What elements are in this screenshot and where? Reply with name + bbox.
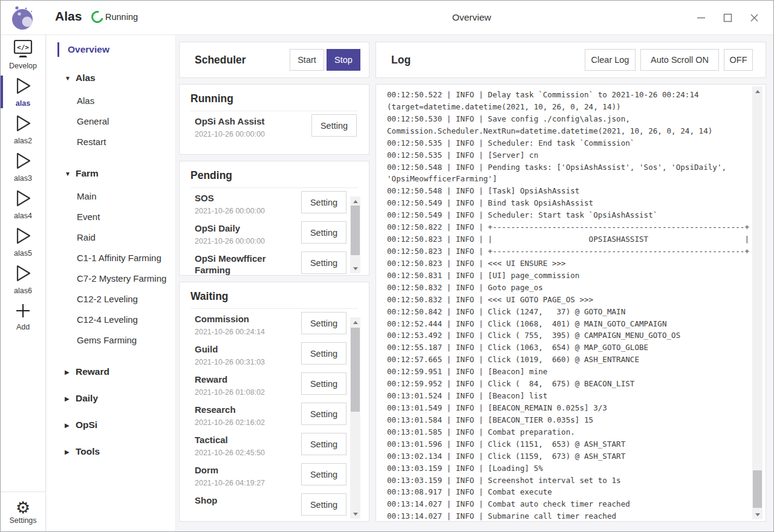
scrollbar-thumb[interactable] [351, 328, 360, 412]
nav-item[interactable]: Gems Farming [56, 331, 175, 351]
setting-button[interactable]: Setting [301, 433, 346, 455]
sidebar-item-alas6[interactable]: alas6 [1, 261, 45, 297]
nav-item[interactable]: Restart [56, 132, 175, 153]
nav-group-daily[interactable]: ▶ Daily [56, 392, 175, 404]
log-line: 00:12:59.951 | INFO | [Beacon] mine [387, 366, 751, 378]
log-line: 00:12:50.823 | INFO | +-----------------… [387, 245, 751, 258]
stop-button[interactable]: Stop [327, 49, 360, 71]
scroll-down-icon[interactable] [350, 509, 360, 519]
setting-button[interactable]: Setting [301, 191, 346, 213]
task-row: OpSi Meowfficer Farming Setting [195, 251, 369, 275]
sidebar-item-develop[interactable]: </> Develop [1, 36, 45, 73]
waiting-card: Waiting Commission 2021-10-26 00:24:14 S… [179, 282, 369, 522]
add-instance-button[interactable]: Add [1, 299, 45, 335]
nav-group-reward[interactable]: ▶ Reward [56, 366, 175, 378]
play-icon [13, 76, 33, 98]
nav-group-tools[interactable]: ▶ Tools [56, 446, 175, 458]
log-title: Log [391, 54, 585, 66]
log-line: 00:12:50.832 | INFO | <<< UI GOTO PAGE_O… [387, 294, 751, 306]
sidebar-item-alas[interactable]: alas [1, 74, 45, 110]
sidebar-item-alas4[interactable]: alas4 [1, 186, 45, 222]
waiting-title: Waiting [190, 282, 358, 309]
gear-icon: ⚙ [16, 499, 30, 516]
scrollbar-thumb[interactable] [753, 470, 762, 508]
setting-button[interactable]: Setting [301, 463, 346, 485]
chevron-down-icon: ▼ [65, 75, 76, 82]
setting-button[interactable]: Setting [311, 114, 357, 137]
close-button[interactable] [741, 6, 767, 30]
scheduler-title: Scheduler [195, 54, 290, 66]
setting-button[interactable]: Setting [301, 372, 346, 395]
main-content: Scheduler Start Stop Running OpSi Ash As… [176, 35, 773, 531]
auto-scroll-off-button[interactable]: OFF [724, 49, 753, 71]
scroll-down-icon[interactable] [752, 510, 763, 519]
log-line: 00:13:08.917 | INFO | Combat execute [387, 486, 751, 498]
nav-item[interactable]: Event [56, 207, 175, 228]
scroll-up-icon[interactable] [350, 196, 360, 206]
log-line: 00:12:50.548 | INFO | [Task] OpsiAshAssi… [387, 185, 751, 197]
maximize-button[interactable] [714, 6, 741, 30]
nav-item[interactable]: General [56, 112, 175, 132]
sidebar-item-alas5[interactable]: alas5 [1, 224, 45, 260]
sidebar-item-label: alas [16, 99, 30, 108]
setting-button[interactable]: Setting [301, 312, 346, 334]
scheduler-status: Running [91, 11, 138, 23]
pending-list: SOS 2021-10-26 00:00:00 Setting OpSi Dai… [180, 188, 369, 275]
log-line: 00:13:03.159 | INFO | [Loading] 5% [387, 462, 751, 475]
minimize-button[interactable] [688, 6, 714, 30]
nav-item[interactable]: Main [56, 187, 175, 207]
svg-text:</>: </> [17, 44, 29, 51]
play-icon [13, 114, 33, 135]
sidebar-item-alas3[interactable]: alas3 [1, 149, 45, 185]
log-lines: 00:12:50.522 | INFO | Delay task `Commis… [387, 89, 751, 522]
setting-button[interactable]: Setting [301, 493, 346, 516]
task-row: Tactical 2021-10-26 02:45:50 Setting [195, 433, 369, 463]
task-row: SOS 2021-10-26 00:00:00 Setting [195, 191, 369, 221]
log-scrollbar[interactable] [752, 86, 763, 519]
setting-button[interactable]: Setting [301, 221, 346, 244]
nav-item[interactable]: C1-1 Affinity Farming [56, 248, 175, 269]
setting-button[interactable]: Setting [301, 403, 346, 425]
log-line: 00:13:01.596 | INFO | Click (1151, 653) … [387, 438, 751, 450]
pending-title: Pending [190, 161, 358, 188]
chevron-right-icon: ▶ [65, 449, 76, 455]
scroll-down-icon[interactable] [350, 264, 360, 273]
clear-log-button[interactable]: Clear Log [585, 49, 636, 71]
log-line: 00:12:50.823 | INFO | | OPSIASHASSIST | [387, 233, 751, 245]
settings-button[interactable]: ⚙ Settings [1, 491, 45, 531]
nav-group-opsi[interactable]: ▶ OpSi [56, 419, 175, 431]
running-list: OpSi Ash Assist 2021-10-26 00:00:00 Sett… [180, 111, 369, 154]
pending-scrollbar[interactable] [350, 196, 360, 273]
sidebar-item-label: Develop [9, 62, 37, 70]
nav-item[interactable]: C12-4 Leveling [56, 310, 175, 331]
scrollbar-thumb[interactable] [351, 206, 360, 255]
log-line: 00:12:59.952 | INFO | Click ( 84, 675) @… [387, 378, 751, 390]
waiting-list: Commission 2021-10-26 00:24:14 Setting G… [180, 309, 369, 521]
waiting-scrollbar[interactable] [350, 317, 360, 519]
auto-scroll-on-button[interactable]: Auto Scroll ON [640, 49, 719, 71]
nav-group-alas[interactable]: ▼ Alas [56, 72, 175, 84]
log-line: (target=datetime.datetime(2021, 10, 26, … [387, 101, 751, 113]
log-line: 00:12:50.549 | INFO | Scheduler: Start t… [387, 209, 751, 221]
status-text: Running [105, 12, 138, 22]
nav-item[interactable]: Raid [56, 228, 175, 248]
nav-item[interactable]: C12-2 Leveling [56, 290, 175, 310]
log-line: 00:13:01.584 | INFO | [BEACON_TIER 0.035… [387, 414, 751, 426]
nav-group-farm[interactable]: ▼ Farm [56, 167, 175, 180]
scroll-up-icon[interactable] [752, 86, 763, 96]
scroll-up-icon[interactable] [350, 317, 360, 327]
task-name: Guild [195, 342, 299, 355]
setting-button[interactable]: Setting [301, 342, 346, 365]
window-controls [688, 1, 767, 35]
nav-item[interactable]: Alas [56, 91, 175, 112]
start-button[interactable]: Start [290, 49, 324, 71]
nav-item[interactable]: C7-2 Mystery Farming [56, 269, 175, 290]
nav-item-overview[interactable]: Overview [56, 42, 175, 57]
task-name: OpSi Meowfficer Farming [195, 251, 299, 275]
sidebar-item-alas2[interactable]: alas2 [1, 111, 45, 148]
setting-button[interactable]: Setting [301, 251, 346, 274]
running-spinner-icon [89, 8, 105, 25]
log-line: 00:12:50.535 | INFO | [Server] cn [387, 149, 751, 161]
log-line: 'OpsiMeowfficerFarming'] [387, 173, 751, 185]
chevron-right-icon: ▶ [65, 395, 76, 402]
